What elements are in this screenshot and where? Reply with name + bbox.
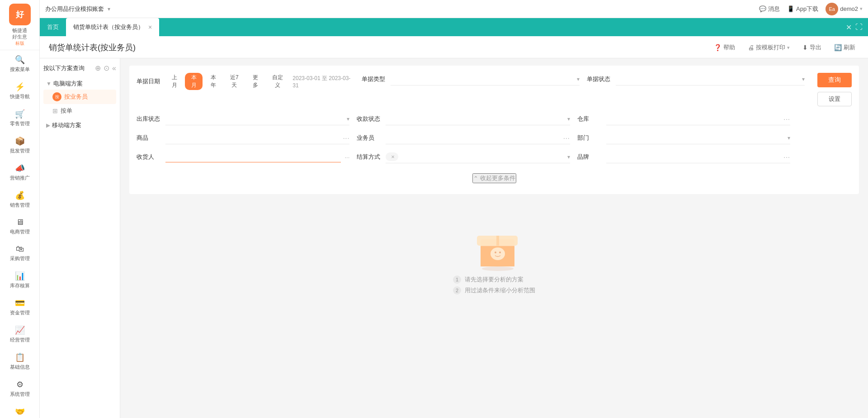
tab-bar: 首页 销货单统计表（按业务员） × ✕ ⛶ [40,18,868,36]
scheme-group-mobile-label: 移动端方案 [52,121,81,129]
svg-point-4 [491,247,505,260]
window-close-icon[interactable]: ✕ [846,23,852,32]
collapse-button[interactable]: ⌃ 收起更多条件 [472,173,516,183]
salesperson-item: 业务员 ··· [357,132,570,144]
sidebar-label-operation: 经营管理 [10,337,30,343]
scheme-active-icon: 按 [52,92,61,101]
empty-tip-1: 1 请先选择要分析的方案 [453,276,535,284]
header-right: 💬 消息 📱 App下载 Ea demo2 ▾ [759,3,863,15]
system-icon: ⚙ [16,380,24,390]
sidebar-item-quick-nav[interactable]: ⚡ 快捷导航 [0,77,39,104]
template-print-button[interactable]: 🖨 按模板打印 ▾ [744,42,793,53]
settings-button[interactable]: 设置 [817,92,852,106]
sidebar-item-system[interactable]: ⚙ 系统管理 [0,375,39,402]
page-title-row: 销货单统计表(按业务员) ❓ 帮助 🖨 按模板打印 ▾ ⬇ 导出 [49,42,859,53]
warehouse-select[interactable]: ··· [606,113,790,125]
sidebar-item-wholesale[interactable]: 📦 批发管理 [0,132,39,159]
doc-type-select[interactable]: ▾ [391,73,580,86]
app-download-action[interactable]: 📱 App下载 [787,5,818,13]
refresh-button[interactable]: 🔄 刷新 [830,42,859,53]
collapse-arrow-icon: ⌃ [473,175,478,182]
goods-item: 商品 ··· [137,132,349,144]
message-label: 消息 [768,5,780,13]
query-button[interactable]: 查询 [817,73,852,87]
date-btn-more[interactable]: 更多 [246,73,264,90]
template-print-label: 按模板打印 [756,43,785,52]
date-btn-this-year[interactable]: 本年 [204,73,222,90]
window-maximize-icon[interactable]: ⛶ [855,23,863,31]
app-dropdown-icon[interactable]: ▾ [108,6,110,12]
scheme-item-by-order[interactable]: ⊞ 按单 [43,104,116,118]
action-column: 查询 设置 [817,73,852,106]
filter-row-2: 出库状态 ▾ 收款状态 ▾ [137,113,852,125]
dept-item: 部门 ▾ [577,132,790,144]
sidebar-label-marketing: 营销推广 [10,175,30,181]
sidebar-item-inventory[interactable]: 📊 库存核算 [0,266,39,294]
tip-text-2: 用过滤条件来缩小分析范围 [465,286,535,294]
doc-status-arrow-icon: ▾ [802,76,805,82]
scheme-group-mobile: ▶ 移动端方案 [43,119,116,131]
out-status-arrow-icon: ▾ [347,116,349,122]
sidebar-item-ecommerce[interactable]: 🖥 电商管理 [0,213,39,240]
scheme-group-mobile-header[interactable]: ▶ 移动端方案 [43,119,116,131]
salesperson-label: 业务员 [357,134,382,142]
goods-more-icon: ··· [343,134,350,142]
tab-home[interactable]: 首页 [40,18,66,36]
goods-select[interactable]: ··· [165,132,349,144]
sidebar-item-enterprise[interactable]: 🤝 企业协同 [0,402,39,418]
salesperson-select[interactable]: ··· [386,132,570,144]
sidebar-label-purchase: 采购管理 [10,255,30,262]
dept-select[interactable]: ▾ [606,132,790,144]
sidebar-item-operation[interactable]: 📈 经营管理 [0,321,39,348]
settle-arrow-icon: ▾ [567,154,570,160]
date-btn-last-month[interactable]: 上月 [165,73,183,90]
tip-num-1: 1 [453,276,461,284]
logo-text: 畅捷通 好生意 标版 [12,27,27,46]
empty-tips: 1 请先选择要分析的方案 2 用过滤条件来缩小分析范围 [453,276,535,294]
sidebar-item-marketing[interactable]: 📣 营销推广 [0,159,39,186]
dept-arrow-icon: ▾ [788,135,790,141]
scheme-order-icon: ⊞ [52,107,58,114]
sidebar-label-basic: 基础信息 [10,364,30,370]
svg-point-6 [499,252,501,253]
date-btn-7days[interactable]: 近7天 [224,73,245,90]
help-button[interactable]: ❓ 帮助 [710,42,739,53]
add-scheme-icon[interactable]: ⊕ [95,64,101,72]
collapse-panel-icon[interactable]: « [112,64,116,72]
brand-more-icon: ··· [783,153,790,161]
top-header: 办公用品行业模拟账套 ▾ 💬 消息 📱 App下载 Ea demo2 ▾ [40,0,868,18]
settle-select[interactable]: × ▾ [386,151,570,163]
settle-tag-close[interactable]: × [391,153,395,160]
scheme-group-pc-label: 电脑端方案 [53,80,83,88]
sidebar-item-search[interactable]: 🔍 搜索菜单 [0,50,39,77]
export-button[interactable]: ⬇ 导出 [799,42,825,53]
scheme-item-by-salesperson[interactable]: 按 按业务员 [43,90,116,104]
print-icon: 🖨 [748,44,754,51]
help-icon: ❓ [714,44,722,51]
doc-status-select[interactable]: ▾ [616,73,805,86]
search-icon: 🔍 [15,55,25,65]
scheme-group-pc-header[interactable]: ▼ 电脑端方案 [43,78,116,90]
receiver-input[interactable] [165,152,341,162]
tab-close-icon[interactable]: × [148,24,152,31]
out-status-select[interactable]: ▾ [165,113,349,125]
sidebar-item-finance[interactable]: 💳 资金管理 [0,294,39,321]
user-menu[interactable]: Ea demo2 ▾ [826,3,863,15]
message-action[interactable]: 💬 消息 [759,5,780,13]
header-left: 办公用品行业模拟账套 ▾ [45,5,110,13]
sidebar-item-basic[interactable]: 📋 基础信息 [0,348,39,375]
template-dropdown-icon[interactable]: ▾ [787,45,790,51]
salesperson-more-icon: ··· [563,134,570,142]
collect-status-arrow-icon: ▾ [567,116,570,122]
brand-select[interactable]: ··· [606,151,790,163]
sidebar-item-retail[interactable]: 🛒 零售管理 [0,104,39,132]
date-btn-this-month[interactable]: 本月 [185,73,203,90]
collect-status-select[interactable]: ▾ [386,113,570,125]
sidebar: 好 畅捷通 好生意 标版 🔍 搜索菜单 ⚡ 快捷导航 🛒 零售管理 📦 批发管理… [0,0,40,418]
date-btn-custom[interactable]: 自定义 [266,73,289,90]
settings-scheme-icon[interactable]: ⊙ [104,64,109,72]
sidebar-item-sales[interactable]: 💰 销售管理 [0,186,39,213]
group-arrow-icon: ▼ [46,81,52,87]
sidebar-item-purchase[interactable]: 🛍 采购管理 [0,240,39,266]
tab-sales-stat[interactable]: 销货单统计表（按业务员） × [66,18,159,36]
